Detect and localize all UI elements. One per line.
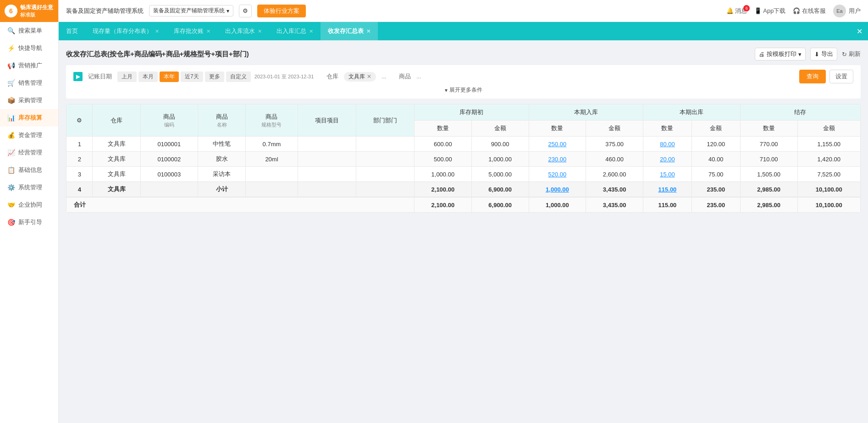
logo-icon: 6 (5, 5, 17, 17)
col-settings-header[interactable]: ⚙ (66, 104, 93, 137)
tab-inout-flow[interactable]: 出入库流水 ✕ (218, 22, 269, 40)
col-in-amt-header: 金额 (586, 121, 643, 137)
headset-icon: 🎧 (793, 7, 800, 14)
cart-icon: 🛒 (7, 79, 15, 87)
row-out-qty-link[interactable]: 115.00 (658, 186, 677, 193)
sidebar-item-system[interactable]: ⚙️ 系统管理 (0, 179, 58, 196)
row-in-qty-link[interactable]: 1,000.00 (546, 186, 569, 193)
sidebar-item-sales[interactable]: 🛒 销售管理 (0, 74, 58, 92)
row-in-qty[interactable]: 230.00 (529, 152, 586, 167)
tab-close-inventory-dist[interactable]: ✕ (155, 28, 159, 34)
sidebar-item-search[interactable]: 🔍 搜索菜单 (0, 22, 58, 39)
col-code-header: 商品编码 (141, 104, 198, 137)
content-area: 收发存汇总表(按仓库+商品编码+商品+规格型号+项目+部门) 🖨 按模板打印 ▾… (59, 40, 868, 423)
footer-close-qty: 2,985.00 (740, 197, 797, 213)
export-button[interactable]: ⬇ 导出 (810, 48, 837, 60)
settings-button[interactable]: 设置 (829, 70, 853, 83)
row-name: 采访本 (198, 167, 246, 182)
gear-settings-button[interactable]: ⚙ (239, 5, 252, 17)
footer-close-amt: 10,100.00 (797, 197, 860, 213)
row-out-qty[interactable]: 115.00 (643, 182, 692, 198)
tab-batch-ledger[interactable]: 库存批次账 ✕ (166, 22, 218, 40)
tab-inventory-dist[interactable]: 现存量（库存分布表） ✕ (85, 22, 166, 40)
filter-btn-7days[interactable]: 近7天 (181, 71, 203, 82)
page-header-row: 收发存汇总表(按仓库+商品编码+商品+规格型号+项目+部门) 🖨 按模板打印 ▾… (66, 48, 861, 60)
sidebar-item-cooperation[interactable]: 🤝 企业协同 (0, 196, 58, 214)
row-in-amt: 3,435.00 (586, 182, 643, 198)
row-in-qty[interactable]: 250.00 (529, 137, 586, 152)
row-out-qty[interactable]: 20.00 (643, 152, 692, 167)
row-in-qty[interactable]: 1,000.00 (529, 182, 586, 198)
warehouse-more[interactable]: ... (381, 73, 386, 80)
sidebar-item-basic[interactable]: 📋 基础信息 (0, 161, 58, 179)
sidebar-item-purchase[interactable]: 📦 采购管理 (0, 92, 58, 109)
footer-out-qty: 115.00 (643, 197, 692, 213)
row-open-qty: 1,000.00 (414, 167, 471, 182)
filter-btn-last-month[interactable]: 上月 (117, 71, 137, 82)
row-out-qty-link[interactable]: 20.00 (660, 156, 675, 163)
row-in-qty-link[interactable]: 230.00 (548, 156, 567, 163)
col-out-amt-header: 金额 (691, 121, 740, 137)
row-out-qty-link[interactable]: 80.00 (660, 141, 675, 148)
filter-btn-this-month[interactable]: 本月 (138, 71, 158, 82)
expand-more-button[interactable]: ▾ 展开更多条件 (73, 86, 853, 94)
filter-btn-custom[interactable]: 自定义 (226, 71, 251, 82)
row-spec: 0.7mm (246, 137, 298, 152)
row-close-amt: 10,100.00 (797, 182, 860, 198)
system-selector[interactable]: 装备及固定资产辅助管理系统 ▾ (149, 5, 233, 16)
query-actions: 查询 设置 (799, 70, 853, 83)
sidebar-item-quick[interactable]: ⚡ 快捷导航 (0, 39, 58, 57)
row-in-qty-link[interactable]: 250.00 (548, 141, 567, 148)
row-dept (356, 182, 414, 198)
row-in-qty[interactable]: 520.00 (529, 167, 586, 182)
chevron-down-icon: ▾ (798, 51, 802, 58)
close-all-tabs-button[interactable]: ✕ (851, 27, 868, 36)
megaphone-icon: 📢 (7, 62, 15, 69)
tab-close-batch-ledger[interactable]: ✕ (206, 28, 210, 34)
row-out-qty[interactable]: 15.00 (643, 167, 692, 182)
filter-bar: ▶ 记账日期 上月 本月 本年 近7天 更多 自定义 2023-01-01 至 … (66, 65, 861, 99)
col-in-header: 本期入库 (529, 104, 643, 121)
row-out-qty[interactable]: 80.00 (643, 137, 692, 152)
refresh-button[interactable]: ↻ 刷新 (842, 50, 861, 58)
filter-btn-this-year[interactable]: 本年 (160, 71, 179, 82)
user-area[interactable]: Ea 用户 (833, 5, 861, 17)
row-close-qty: 770.00 (740, 137, 797, 152)
row-close-qty: 1,505.00 (740, 167, 797, 182)
row-project (298, 152, 356, 167)
warehouse-tag-close[interactable]: ✕ (367, 73, 371, 80)
row-close-amt: 1,155.00 (797, 137, 860, 152)
col-opening-amt-header: 金额 (471, 121, 529, 137)
sidebar-item-marketing[interactable]: 📢 营销推广 (0, 57, 58, 74)
row-out-qty-link[interactable]: 15.00 (660, 171, 675, 178)
app-download-button[interactable]: 📱 App下载 (754, 7, 785, 15)
row-in-qty-link[interactable]: 520.00 (548, 171, 567, 178)
online-service-button[interactable]: 🎧 在线客服 (793, 7, 826, 15)
row-in-amt: 375.00 (586, 137, 643, 152)
message-button[interactable]: 🔔 消息 6 (726, 7, 747, 15)
goods-more[interactable]: ... (416, 73, 421, 80)
row-out-amt: 75.00 (691, 167, 740, 182)
tab-inout-summary[interactable]: 出入库汇总 ✕ (269, 22, 321, 40)
trial-button[interactable]: 体验行业方案 (257, 5, 306, 17)
sidebar-item-inventory[interactable]: 📊 库存核算 (0, 109, 58, 126)
tab-close-recv-send[interactable]: ✕ (366, 28, 370, 34)
sidebar-item-operation[interactable]: 📈 经营管理 (0, 144, 58, 161)
filter-expand-button[interactable]: ▶ (73, 72, 83, 81)
row-name: 胶水 (198, 152, 246, 167)
tab-close-inout-summary[interactable]: ✕ (309, 28, 313, 34)
tab-recv-send[interactable]: 收发存汇总表 ✕ (321, 22, 378, 40)
sidebar-item-guide[interactable]: 🎯 新手引导 (0, 214, 58, 231)
main-area: 装备及固定资产辅助管理系统 装备及固定资产辅助管理系统 ▾ ⚙ 体验行业方案 🔔… (59, 0, 868, 423)
tab-close-inout-flow[interactable]: ✕ (258, 28, 262, 34)
print-button[interactable]: 🖨 按模板打印 ▾ (755, 48, 806, 60)
sidebar-item-finance[interactable]: 💰 资金管理 (0, 126, 58, 144)
row-in-amt: 2,600.00 (586, 167, 643, 182)
expand-icon: ▾ (445, 87, 448, 93)
query-button[interactable]: 查询 (799, 70, 826, 83)
row-project (298, 167, 356, 182)
col-in-qty-header: 数量 (529, 121, 586, 137)
filter-btn-more[interactable]: 更多 (205, 71, 224, 82)
row-spec: 20ml (246, 152, 298, 167)
tab-home[interactable]: 首页 (59, 22, 85, 40)
